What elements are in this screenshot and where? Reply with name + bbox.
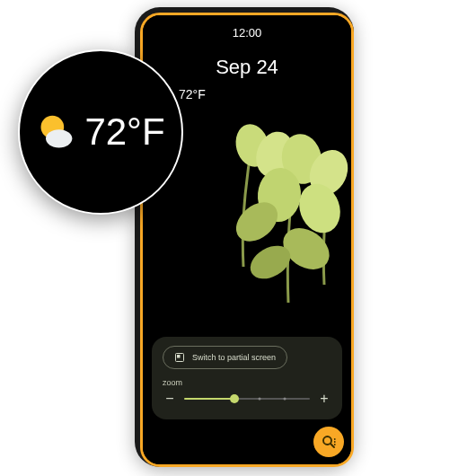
zoom-in-button[interactable]: + (317, 391, 331, 407)
status-bar: 12:00 (143, 26, 351, 40)
flower-wallpaper-art (190, 105, 351, 357)
zoom-slider-thumb[interactable] (230, 394, 239, 403)
svg-point-16 (334, 441, 336, 443)
zoom-label: zoom (163, 378, 331, 387)
phone-frame: 12:00 Sep 24 72°F Switch to partial scre… (135, 7, 354, 467)
zoom-slider[interactable] (184, 398, 310, 400)
slider-ticks (184, 398, 310, 400)
svg-point-17 (334, 444, 336, 445)
temp-small-text: 72°F (179, 87, 206, 101)
switch-partial-screen-button[interactable]: Switch to partial screen (163, 346, 287, 369)
date-text: Sep 24 (216, 56, 278, 78)
svg-point-19 (46, 129, 72, 147)
magnified-callout: 72°F (18, 49, 183, 215)
svg-rect-12 (177, 355, 181, 358)
svg-line-14 (331, 444, 334, 447)
date-display: Sep 24 (143, 56, 351, 79)
switch-button-label: Switch to partial screen (192, 353, 276, 362)
zoom-control-row: − + (163, 391, 331, 407)
phone-screen: 12:00 Sep 24 72°F Switch to partial scre… (140, 13, 354, 467)
temp-big-text: 72°F (84, 110, 164, 154)
partly-cloudy-icon (36, 112, 75, 152)
magnification-panel: Switch to partial screen zoom − + (152, 337, 342, 419)
magnifier-icon (321, 434, 337, 450)
magnifier-fab[interactable] (313, 427, 344, 457)
partial-screen-icon (174, 352, 185, 363)
svg-point-15 (334, 438, 336, 440)
zoom-out-button[interactable]: − (163, 391, 177, 407)
status-clock: 12:00 (233, 26, 262, 40)
